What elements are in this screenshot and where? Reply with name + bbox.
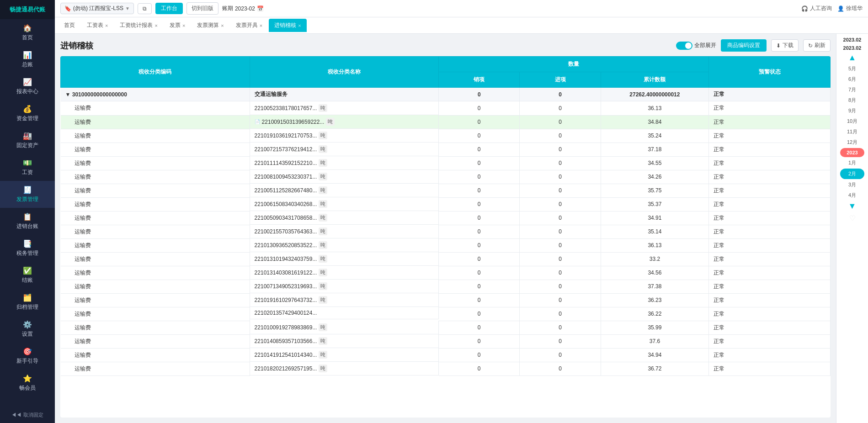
tabs-bar: 首页 工资表 × 工资统计报表 × 发票 × 发票测算 × 发票开具 × 进销稽… [55,17,868,34]
close-salary-tab[interactable]: × [105,23,108,28]
row-status: 正常 [709,170,831,184]
sidebar-item-home[interactable]: 🏠 首页 [0,19,55,46]
close-invoice-calc-tab[interactable]: × [221,23,224,28]
row-status: 正常 [709,362,831,375]
sidebar-item-member[interactable]: ⭐ 畅会员 [0,370,55,397]
tab-salary-stats[interactable]: 工资统计报表 × [114,19,163,32]
page-content: 进销稽核 全部展开 商品编码设置 ⬇ 下载 ↻ 刷新 [55,34,868,423]
tab-invoice[interactable]: 发票 × [164,19,191,32]
row-sales: 0 [439,266,520,280]
table-row[interactable]: 运输费 2210021557035764363...吨 0 0 35.14 正常 [61,225,831,238]
row-purchase: 0 [520,280,601,293]
table-row[interactable]: 运输费 2210131019432403759...吨 0 0 33.2 正常 [61,252,831,266]
sidebar-item-assets[interactable]: 🏭 固定资产 [0,127,55,154]
user-menu[interactable]: 👤 徐瑶华 [837,5,863,12]
cal-month-4[interactable]: 4月 [836,190,868,201]
cal-month-1[interactable]: 1月 [836,158,868,168]
row-cumulative: 36.22 [601,307,708,321]
cal-month-8[interactable]: 8月 [836,95,868,106]
cal-month-11[interactable]: 11月 [836,127,868,137]
sidebar-item-invoice[interactable]: 🧾 发票管理 [0,181,55,208]
workspace-button[interactable]: 工作台 [155,3,183,14]
table-row[interactable]: 运输费 2210081009453230371...吨 0 0 34.26 正常 [61,170,831,184]
table-row[interactable]: 运输费 2210141912541014340...吨 0 0 34.94 正常 [61,348,831,362]
service-link[interactable]: 🎧 人工咨询 [801,5,832,12]
sidebar-item-settings[interactable]: ⚙️ 设置 [0,316,55,343]
table-row[interactable]: 运输费 2210140859357103566...吨 0 0 37.6 正常 [61,334,831,348]
data-table-container[interactable]: 税收分类编码 税收分类名称 数量 预警状态 销项 进项 累计数额 ▼ 30100 [60,56,831,418]
sidebar-item-tax[interactable]: 📑 税务管理 [0,235,55,262]
row-purchase: 0 [520,156,601,170]
row-status: 正常 [709,197,831,211]
table-row[interactable]: 运输费 2210052338178017657...吨 0 0 36.13 正常 [61,101,831,116]
expand-toggle-container[interactable]: 全部展开 [676,42,716,50]
table-row[interactable]: 运输费 2210100919278983869...吨 0 0 35.99 正常 [61,321,831,334]
cal-month-9[interactable]: 9月 [836,106,868,116]
expand-toggle-switch[interactable] [676,42,692,50]
sidebar-item-archive[interactable]: 🗂️ 归档管理 [0,289,55,316]
table-row[interactable]: 运输费 📄2210091503139659222...吨 0 0 34.84 正… [61,115,831,129]
col-tax-name: 税收分类名称 [250,57,439,88]
sidebar-item-reports[interactable]: 📈 报表中心 [0,73,55,100]
group-code: ▼ 301000000000000000 [61,88,250,101]
table-row[interactable]: 运输费 2210072157376219412...吨 0 0 37.18 正常 [61,143,831,156]
row-purchase: 0 [520,101,601,116]
tab-reconcile[interactable]: 进销稽核 × [269,19,306,32]
table-row[interactable]: 运输费 2210191610297643732...吨 0 0 36.23 正常 [61,293,831,307]
sidebar-item-funds[interactable]: 💰 资金管理 [0,100,55,127]
cal-month-12[interactable]: 12月 [836,137,868,148]
cal-month-6[interactable]: 6月 [836,74,868,85]
switch-version-button[interactable]: 切到旧版 [186,2,218,15]
row-status: 正常 [709,238,831,252]
cal-month-3[interactable]: 3月 [836,180,868,190]
refresh-button[interactable]: ↻ 刷新 [803,39,831,52]
tab-invoice-calc[interactable]: 发票测算 × [192,19,229,32]
table-row[interactable]: 运输费 2210201357429400124... 0 0 36.22 正常 [61,307,831,321]
settings-icon: ⚙️ [23,320,32,329]
sidebar-item-settlement[interactable]: ✅ 结账 [0,262,55,289]
table-row[interactable]: 运输费 2210130936520853522...吨 0 0 36.13 正常 [61,238,831,252]
sidebar-item-salary[interactable]: 💵 工资 [0,154,55,181]
table-row[interactable]: 运输费 2210111143592152210...吨 0 0 34.55 正常 [61,156,831,170]
sidebar-item-ledger[interactable]: 📊 总账 [0,46,55,73]
settings-button[interactable]: 商品编码设置 [721,39,767,52]
cal-current-year[interactable]: 2023 [840,148,864,157]
row-sales: 0 [439,197,520,211]
tab-home[interactable]: 首页 [59,19,80,32]
sidebar-item-sales[interactable]: 📋 进销台账 [0,208,55,235]
table-row[interactable]: 运输费 2210050903431708658...吨 0 0 34.91 正常 [61,211,831,225]
close-invoice-tab[interactable]: × [182,23,185,28]
row-cumulative: 36.23 [601,293,708,307]
sidebar-item-guide[interactable]: 🎯 新手引导 [0,343,55,370]
table-row[interactable]: 运输费 2210051125282667480...吨 0 0 35.75 正常 [61,184,831,197]
download-button[interactable]: ⬇ 下载 [771,39,799,52]
table-row[interactable]: 运输费 2210061508340340268...吨 0 0 35.37 正常 [61,197,831,211]
cal-month-5[interactable]: 5月 [836,63,868,74]
close-invoice-open-tab[interactable]: × [260,23,262,28]
cal-down-arrow[interactable]: ▼ [847,201,857,212]
pin-toggle[interactable]: ◀◀ 取消固定 [0,407,55,423]
table-row[interactable]: 运输费 2210071349052319693...吨 0 0 37.38 正常 [61,280,831,293]
row-name: 运输费 [61,129,250,143]
table-row[interactable]: 运输费 2210191036192170753...吨 0 0 35.24 正常 [61,129,831,143]
row-code: 2210061508340340268...吨 [250,197,439,211]
group-purchase: 0 [520,88,601,101]
cal-month-10[interactable]: 10月 [836,116,868,127]
cal-up-arrow[interactable]: ▲ [847,52,857,63]
company-selector[interactable]: 🔖 (勿动) 江西报宝-LSS ▼ [60,3,134,14]
tab-salary[interactable]: 工资表 × [81,19,113,32]
table-row[interactable]: 运输费 2210182021269257195...吨 0 0 36.72 正常 [61,362,831,375]
cal-month-2-active[interactable]: 2月 [840,169,864,179]
calendar-icon[interactable]: 📅 [257,5,264,12]
close-reconcile-tab[interactable]: × [298,23,301,28]
cal-month-7[interactable]: 7月 [836,85,868,95]
row-cumulative: 35.37 [601,197,708,211]
copy-button[interactable]: ⧉ [138,3,152,14]
row-purchase: 0 [520,348,601,362]
row-name: 运输费 [61,266,250,280]
close-salary-stats-tab[interactable]: × [154,23,157,28]
main-area: 🔖 (勿动) 江西报宝-LSS ▼ ⧉ 工作台 切到旧版 账期 2023-02 … [55,0,868,423]
table-row[interactable]: 运输费 2210131403081619122...吨 0 0 34.56 正常 [61,266,831,280]
row-sales: 0 [439,184,520,197]
tab-invoice-open[interactable]: 发票开具 × [230,19,268,32]
